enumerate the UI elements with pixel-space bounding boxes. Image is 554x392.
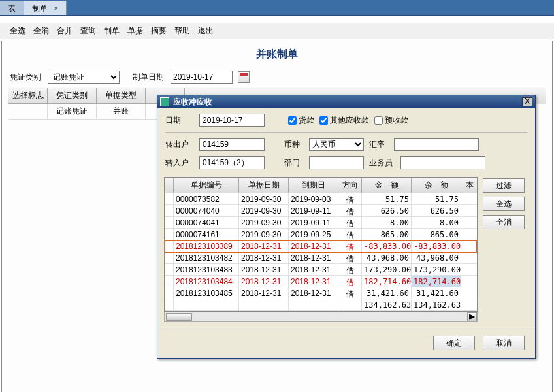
select-none-button[interactable]: 全消: [483, 215, 525, 229]
table-row[interactable]: 00000740412019-09-302019-09-11借8.008.00: [165, 217, 477, 229]
menu-bar: 全选全消合并查询制单单据摘要帮助退出: [0, 22, 554, 39]
menu-全选[interactable]: 全选: [10, 25, 25, 37]
checkbox-goods[interactable]: 货款: [288, 115, 314, 126]
transfer-in-input[interactable]: [199, 156, 265, 169]
col-doc-type: 单据类型: [97, 88, 146, 104]
dept-label: 部门: [284, 157, 304, 169]
table-row[interactable]: 20181231033892018-12-312018-12-31借-83,83…: [165, 240, 477, 252]
cancel-button[interactable]: 取消: [483, 336, 525, 350]
table-row[interactable]: 20181231034842018-12-312018-12-31借182,71…: [165, 276, 477, 287]
app-icon: [160, 97, 169, 106]
dept-input[interactable]: [309, 156, 364, 169]
menu-单据[interactable]: 单据: [127, 25, 143, 37]
date-input[interactable]: [199, 114, 265, 127]
table-row[interactable]: 00000735822019-09-302019-09-03借51.7551.7…: [165, 193, 477, 205]
grid-header[interactable]: 余 额: [412, 178, 461, 193]
col-select-flag: 选择标志: [8, 88, 48, 104]
date-label: 日期: [165, 115, 194, 126]
menu-查询[interactable]: 查询: [80, 25, 96, 37]
grid-header[interactable]: 单据编号: [174, 178, 239, 193]
grid-header[interactable]: 单据日期: [239, 178, 289, 193]
rate-label: 汇率: [369, 139, 389, 150]
dialog-titlebar[interactable]: 应收冲应收 X: [157, 95, 535, 108]
grid-header[interactable]: 到期日: [289, 178, 338, 193]
currency-select[interactable]: 人民币: [309, 138, 364, 151]
transfer-out-label: 转出户: [165, 139, 194, 150]
dialog-footer: 确定 取消: [157, 329, 535, 358]
page-title: 并账制单: [2, 41, 552, 67]
tab-voucher[interactable]: 制单 ×: [24, 1, 67, 15]
grid-header[interactable]: 方向: [338, 178, 362, 193]
dialog-title: 应收冲应收: [173, 97, 522, 108]
rate-input[interactable]: [394, 138, 479, 151]
scroll-right-icon[interactable]: ▶: [467, 312, 477, 321]
menu-制单[interactable]: 制单: [104, 25, 120, 37]
scroll-thumb[interactable]: [166, 313, 192, 321]
close-icon[interactable]: X: [522, 97, 532, 106]
grid-header[interactable]: 本: [461, 178, 478, 193]
tab-label: 制单: [32, 4, 48, 13]
close-icon[interactable]: ×: [54, 4, 58, 13]
table-row[interactable]: 134,162.63134,162.63: [165, 299, 477, 311]
clerk-label: 业务员: [369, 157, 395, 169]
criteria-row: 凭证类别 记账凭证 制单日期: [2, 67, 552, 88]
table-row[interactable]: 20181231034852018-12-312018-12-31借31,421…: [165, 287, 477, 299]
table-row[interactable]: 20181231034832018-12-312018-12-31借173,29…: [165, 264, 477, 276]
table-row[interactable]: 00000740402019-09-302019-09-11借626.50626…: [165, 205, 477, 217]
menu-帮助[interactable]: 帮助: [174, 25, 190, 37]
make-date-label: 制单日期: [133, 72, 164, 83]
checkbox-prepay[interactable]: 预收款: [374, 115, 408, 126]
menu-退出[interactable]: 退出: [198, 25, 214, 37]
detail-grid: 单据编号单据日期到期日方向金 额余 额本 00000735822019-09-3…: [164, 177, 478, 312]
select-all-button[interactable]: 全选: [483, 197, 525, 211]
table-row[interactable]: 20181231034822018-12-312018-12-31借43,968…: [165, 252, 477, 264]
menu-合并[interactable]: 合并: [57, 25, 73, 37]
grid-sidebar: 过滤 全选 全消: [483, 177, 525, 229]
voucher-type-select[interactable]: 记账凭证: [48, 71, 120, 84]
ok-button[interactable]: 确定: [433, 336, 475, 350]
dialog-form: 日期 货款 其他应收款 预收款 转出户 币种 人民币 汇率 转入户 部门 业务员: [157, 108, 535, 177]
transfer-out-input[interactable]: [199, 138, 265, 151]
tab-bar: 表 制单 ×: [0, 0, 554, 16]
voucher-type-label: 凭证类别: [10, 72, 41, 83]
transfer-in-label: 转入户: [165, 157, 194, 169]
grid-header[interactable]: [165, 178, 174, 193]
make-date-input[interactable]: [171, 71, 233, 84]
tab-list[interactable]: 表: [0, 1, 24, 15]
checkbox-other-receivable[interactable]: 其他应收款: [319, 115, 369, 126]
col-voucher-type: 凭证类别: [48, 88, 97, 104]
table-row[interactable]: 00000741612019-09-302019-09-25借865.00865…: [165, 229, 477, 240]
horizontal-scrollbar[interactable]: ▶: [164, 312, 478, 322]
clerk-input[interactable]: [400, 156, 485, 169]
currency-label: 币种: [284, 139, 304, 150]
offset-dialog: 应收冲应收 X 日期 货款 其他应收款 预收款 转出户 币种 人民币 汇率 转入…: [157, 95, 536, 359]
grid-header[interactable]: 金 额: [362, 178, 412, 193]
menu-摘要[interactable]: 摘要: [151, 25, 167, 37]
filter-button[interactable]: 过滤: [483, 178, 525, 193]
menu-全消[interactable]: 全消: [33, 25, 49, 37]
calendar-icon[interactable]: [238, 71, 250, 83]
